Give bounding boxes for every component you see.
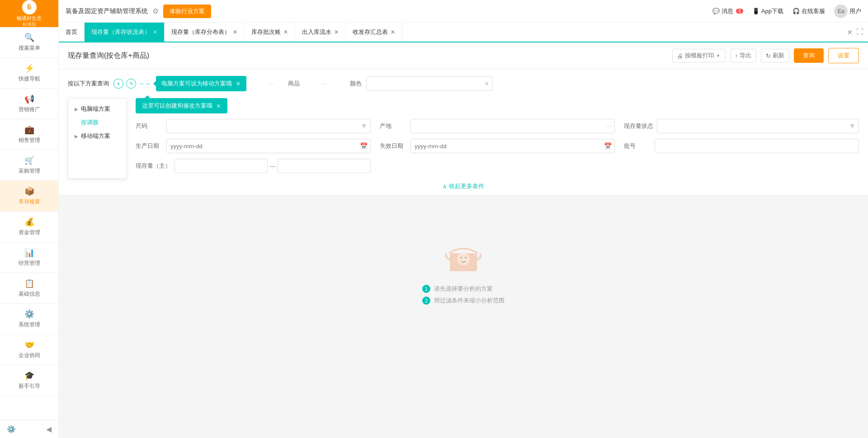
- add-scheme-button[interactable]: +: [113, 79, 123, 89]
- sidebar-item-inventory[interactable]: 📦 库存核算: [0, 181, 58, 212]
- app-download-item[interactable]: 📱 App下载: [752, 7, 783, 15]
- sidebar-item-newbie[interactable]: 🎓 新手引导: [0, 365, 58, 396]
- tab-batch[interactable]: 库存批次账 ✕: [245, 23, 295, 42]
- management-icon: 📊: [24, 248, 34, 258]
- tab-close-all-icon[interactable]: ✕: [847, 28, 853, 37]
- filter-header-label: 按以下方案查询: [68, 80, 109, 88]
- stock-main-min[interactable]: [175, 159, 268, 173]
- tab-stock-dist-close[interactable]: ✕: [233, 29, 237, 35]
- edit-scheme-button[interactable]: ✎: [126, 79, 136, 89]
- tab-flow[interactable]: 出入库流水 ✕: [295, 23, 346, 42]
- expire-date-calendar-icon[interactable]: 📅: [601, 142, 614, 150]
- newbie-icon: 🎓: [24, 371, 34, 381]
- mobile-expand-arrow-icon: ▶: [75, 134, 78, 139]
- user-item[interactable]: Ea 用户: [834, 5, 861, 18]
- finance-icon: 💰: [24, 217, 34, 227]
- collapse-sidebar-icon[interactable]: ◀: [46, 425, 52, 433]
- topbar-settings-icon[interactable]: ⚙: [152, 7, 159, 15]
- sidebar-item-quick-nav[interactable]: ⚡ 快捷导航: [0, 58, 58, 89]
- export-label: 导出: [740, 52, 751, 60]
- tab-batch-close[interactable]: ✕: [283, 29, 288, 35]
- expand-arrow-icon: ▶: [75, 107, 78, 112]
- produce-date-input-group[interactable]: 📅: [166, 139, 371, 153]
- empty-state: 1 请先选择要分析的方案 2 用过滤条件来缩小分析范围: [59, 197, 868, 341]
- tab-stock-dist-label: 现存量（库存分布表）: [171, 28, 230, 36]
- sidebar-item-system[interactable]: ⚙️ 系统管理: [0, 304, 58, 334]
- tab-summary-label: 收发存汇总表: [353, 28, 388, 36]
- empty-illustration: [441, 233, 486, 278]
- svg-point-1: [457, 253, 470, 265]
- scheme-item-desktop[interactable]: ▶ 电脑端方案: [68, 102, 126, 116]
- origin-label: 产地: [380, 122, 407, 130]
- stock-status-select[interactable]: ▼: [657, 119, 859, 133]
- tooltip2-close[interactable]: ✕: [216, 103, 221, 109]
- sidebar-item-enterprise[interactable]: 🤝 企业协同: [0, 334, 58, 365]
- sidebar-item-finance[interactable]: 💰 资金管理: [0, 212, 58, 242]
- hint-2: 2 用过滤条件来缩小分析范围: [422, 297, 505, 305]
- filter-header-icons: + ✎ ←←: [113, 79, 151, 89]
- tab-stock-status[interactable]: 现存量（库存状况表） ✕: [85, 23, 165, 42]
- tab-summary[interactable]: 收发存汇总表 ✕: [346, 23, 402, 42]
- sidebar-item-purchase[interactable]: 🛒 采购管理: [0, 150, 58, 181]
- refresh-icon: ↻: [766, 52, 771, 59]
- tab-stock-dist[interactable]: 现存量（库存分布表） ✕: [165, 23, 245, 42]
- tab-stock-status-close[interactable]: ✕: [153, 29, 157, 35]
- sidebar-item-marketing[interactable]: 📢 营销推广: [0, 89, 58, 119]
- expire-date-input[interactable]: [411, 139, 601, 153]
- tab-batch-label: 库存批次账: [251, 28, 281, 36]
- nav-menu: 🔍 搜索菜单 ⚡ 快捷导航 📢 营销推广 💼 销售管理 🛒 采购管理 📦 库存核…: [0, 27, 58, 420]
- system-icon: ⚙️: [24, 309, 34, 319]
- svg-point-3: [465, 257, 467, 259]
- sidebar: 6 畅通好生意 标准版 🔍 搜索菜单 ⚡ 快捷导航 📢 营销推广 💼 销售管理 …: [0, 0, 59, 438]
- produce-date-input[interactable]: [167, 139, 357, 153]
- search-icon: 🔍: [24, 33, 34, 42]
- batch-field: 批号: [624, 139, 859, 153]
- scheme-transfer-label: 按调拨: [81, 118, 99, 127]
- scheme-item-transfer[interactable]: 按调拨: [68, 116, 126, 129]
- sidebar-item-management[interactable]: 📊 经营管理: [0, 242, 58, 273]
- query-button[interactable]: 查询: [794, 48, 824, 63]
- message-label: 消息: [722, 7, 733, 15]
- tab-bar: 首页 现存量（库存状况表） ✕ 现存量（库存分布表） ✕ 库存批次账 ✕ 出入库…: [59, 23, 868, 42]
- filter-row-3: 现存量（主） —: [136, 159, 859, 173]
- hint-1: 1 请先选择要分析的方案: [422, 285, 505, 293]
- tab-stock-status-label: 现存量（库存状况表）: [91, 28, 150, 36]
- sidebar-item-search[interactable]: 🔍 搜索菜单: [0, 27, 58, 58]
- tab-fullscreen-icon[interactable]: ⛶: [856, 28, 863, 36]
- tooltip-mobile-scheme: 电脑方案可设为移动方案哦 ✕: [156, 76, 246, 91]
- tooltip2-text: 这里可以创建和修改方案哦: [142, 102, 212, 110]
- collapse-bar[interactable]: ∧ 收起更多条件: [68, 179, 859, 193]
- produce-date-calendar-icon[interactable]: 📅: [357, 142, 370, 150]
- origin-input[interactable]: [411, 119, 603, 133]
- message-item[interactable]: 💬 消息 6: [712, 7, 743, 15]
- tab-flow-close[interactable]: ✕: [334, 29, 339, 35]
- tab-summary-close[interactable]: ✕: [391, 29, 395, 35]
- batch-input[interactable]: [655, 139, 859, 153]
- export-button[interactable]: ↑ 导出: [730, 49, 757, 62]
- origin-input-group[interactable]: ···: [410, 119, 615, 133]
- global-settings-icon[interactable]: ⚙️: [7, 425, 16, 433]
- refresh-button[interactable]: ↻ 刷新: [761, 49, 789, 62]
- size-select[interactable]: ▼: [166, 119, 371, 133]
- stock-main-max[interactable]: [278, 159, 371, 173]
- color-dropdown-icon: ▼: [481, 80, 492, 87]
- purchase-icon: 🛒: [24, 155, 34, 165]
- content-area: 现存量查询(按仓库+商品) 🖨 按模板打印 ▼ ↑ 导出 ↻ 刷新 查询 设置: [59, 42, 868, 438]
- settings-button[interactable]: 设置: [828, 48, 859, 63]
- page-actions: 🖨 按模板打印 ▼ ↑ 导出 ↻ 刷新 查询 设置: [672, 48, 859, 63]
- empty-hints: 1 请先选择要分析的方案 2 用过滤条件来缩小分析范围: [422, 285, 505, 305]
- tooltip1-close[interactable]: ✕: [236, 80, 241, 87]
- experience-button[interactable]: 体验行业方案: [163, 5, 211, 18]
- left-arrow-icon[interactable]: ←←: [139, 80, 151, 87]
- online-service-item[interactable]: 🎧 在线客服: [793, 7, 825, 15]
- tooltip1-text: 电脑方案可设为移动方案哦: [161, 80, 232, 88]
- expire-date-input-group[interactable]: 📅: [410, 139, 615, 153]
- size-chevron-icon: ▼: [358, 122, 370, 130]
- sidebar-item-sales[interactable]: 💼 销售管理: [0, 119, 58, 150]
- color-select-header[interactable]: ▼: [366, 76, 493, 91]
- tab-home[interactable]: 首页: [59, 23, 85, 42]
- print-button[interactable]: 🖨 按模板打印 ▼: [672, 49, 726, 62]
- sidebar-item-basic-info[interactable]: 📋 基础信息: [0, 273, 58, 304]
- scheme-item-mobile[interactable]: ▶ 移动端方案: [68, 129, 126, 143]
- collapse-label: 收起更多条件: [449, 182, 484, 190]
